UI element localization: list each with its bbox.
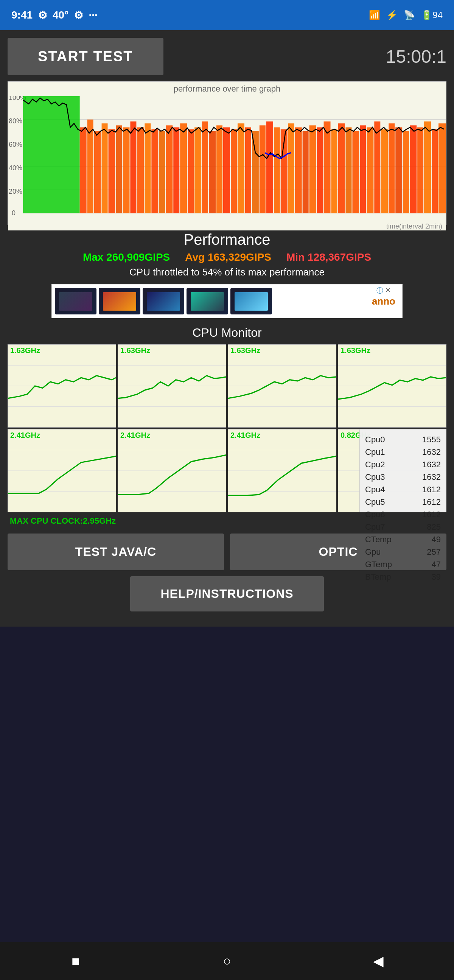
- svg-rect-54: [374, 121, 380, 213]
- svg-rect-25: [166, 125, 173, 213]
- cpu-core-4-freq: 2.41GHz: [10, 431, 40, 440]
- temperature-display: 40°: [52, 9, 68, 21]
- svg-rect-26: [173, 127, 179, 213]
- cpu-core-2-graph: 1.63GHz: [228, 344, 337, 428]
- ad-info-icon[interactable]: ⓘ: [376, 286, 383, 295]
- svg-rect-18: [116, 125, 122, 213]
- cpu-stat-label: Cpu1: [365, 446, 385, 458]
- cpu-stat-label: Gpu: [365, 546, 381, 558]
- svg-rect-50: [345, 127, 351, 213]
- svg-rect-42: [288, 123, 294, 213]
- svg-rect-44: [303, 131, 309, 213]
- cpu-stat-row: Cpu31632: [365, 471, 441, 483]
- svg-rect-32: [216, 125, 222, 213]
- cpu-core-3-graph: 1.63GHz: [338, 344, 446, 428]
- svg-rect-15: [94, 131, 101, 213]
- svg-rect-60: [417, 127, 423, 213]
- cpu-core-3-freq: 1.63GHz: [341, 346, 370, 355]
- cpu-stat-label: Cpu6: [365, 508, 385, 521]
- cpu-stat-label: Cpu4: [365, 483, 385, 496]
- cpu-stat-value: 47: [432, 558, 441, 571]
- performance-section: Performance Max 260,909GIPS Avg 163,329G…: [8, 231, 446, 278]
- svg-text:20%: 20%: [9, 187, 22, 195]
- max-stat: Max 260,909GIPS: [83, 251, 170, 263]
- ad-banner[interactable]: anno ⓘ ✕: [51, 284, 403, 318]
- svg-rect-45: [310, 125, 316, 213]
- cpu-core-0-graph: 1.63GHz: [8, 344, 116, 428]
- svg-rect-24: [159, 131, 165, 213]
- cpu-stat-row: Cpu01555: [365, 433, 441, 446]
- cpu-stat-value: 825: [427, 521, 441, 533]
- svg-rect-56: [389, 123, 395, 213]
- svg-text:80%: 80%: [9, 117, 22, 125]
- svg-rect-31: [209, 131, 216, 213]
- cpu-core-6-freq: 2.41GHz: [230, 431, 260, 440]
- cpu-stat-label: Cpu7: [365, 521, 385, 533]
- cpu-stat-label: GTemp: [365, 558, 392, 571]
- svg-rect-14: [87, 119, 94, 213]
- cpu-stat-row: Cpu51612: [365, 496, 441, 508]
- svg-rect-51: [352, 131, 359, 213]
- cpu-stat-row: Cpu61612: [365, 508, 441, 521]
- cpu-core-2-freq: 1.63GHz: [230, 346, 260, 355]
- cpu-stat-row: Cpu41612: [365, 483, 441, 496]
- graph-title: performance over time graph: [8, 82, 446, 96]
- svg-rect-28: [188, 129, 194, 213]
- cpu-stat-value: 1555: [422, 433, 441, 446]
- ad-logo: anno: [368, 296, 399, 307]
- svg-rect-46: [317, 127, 323, 213]
- cpu-stat-value: 49: [432, 533, 441, 546]
- svg-rect-21: [137, 127, 144, 213]
- performance-graph-container: performance over time graph 100% 80% 60%…: [8, 81, 446, 225]
- nav-square-button[interactable]: ■: [60, 946, 91, 976]
- throttle-text: CPU throttled to 54% of its max performa…: [8, 266, 446, 278]
- svg-rect-16: [102, 123, 108, 213]
- svg-rect-12: [23, 96, 80, 213]
- svg-rect-48: [332, 129, 338, 213]
- svg-rect-30: [202, 121, 208, 213]
- nav-home-button[interactable]: ○: [212, 946, 242, 976]
- more-options-icon: ···: [89, 9, 97, 21]
- svg-rect-33: [223, 127, 230, 213]
- performance-stats: Max 260,909GIPS Avg 163,329GIPS Min 128,…: [8, 251, 446, 263]
- nav-back-button[interactable]: ◀: [363, 946, 394, 976]
- cpu-stat-label: CTemp: [365, 533, 392, 546]
- settings-icon-2: ⚙: [74, 9, 83, 22]
- svg-rect-59: [410, 125, 416, 213]
- cpu-stat-row: CTemp49: [365, 533, 441, 546]
- cpu-core-1-graph: 1.63GHz: [117, 344, 226, 428]
- svg-rect-38: [260, 125, 265, 213]
- bluetooth-icon: ⚡: [386, 10, 398, 21]
- cpu-stat-value: 1612: [422, 483, 441, 496]
- ad-tv-2: [99, 288, 140, 315]
- cpu-core-6-graph: 2.41GHz: [228, 429, 337, 512]
- svg-rect-29: [194, 127, 201, 213]
- test-java-c-button[interactable]: TEST JAVA/C: [8, 533, 224, 570]
- cpu-stat-row: Cpu21632: [365, 458, 441, 471]
- svg-text:40%: 40%: [9, 164, 22, 172]
- ad-tv-5: [230, 288, 272, 315]
- cpu-stat-label: Cpu3: [365, 471, 385, 483]
- help-instructions-button[interactable]: HELP/INSTRUCTIONS: [130, 576, 324, 611]
- battery-icon: 🔋94: [421, 10, 443, 21]
- cpu-stat-value: 1632: [422, 446, 441, 458]
- svg-rect-19: [122, 127, 129, 213]
- cpu-stat-value: 39: [432, 571, 441, 583]
- performance-graph-svg: 100% 80% 60% 40% 20% 0: [8, 96, 446, 221]
- cpu-core-0-freq: 1.63GHz: [10, 346, 40, 355]
- svg-rect-40: [274, 127, 280, 213]
- ad-tv-4: [187, 288, 228, 315]
- cpu-stat-value: 1632: [422, 471, 441, 483]
- cpu-stat-label: Cpu0: [365, 433, 385, 446]
- ad-close-icon[interactable]: ✕: [385, 286, 391, 294]
- svg-rect-36: [245, 127, 251, 213]
- svg-rect-58: [403, 131, 409, 213]
- cpu-core-5-graph: 2.41GHz: [117, 429, 226, 512]
- svg-rect-53: [367, 127, 373, 213]
- cpu-stat-row: Cpu11632: [365, 446, 441, 458]
- start-test-button[interactable]: START TEST: [8, 38, 164, 75]
- cpu-stat-value: 257: [427, 546, 441, 558]
- ad-tv-3: [143, 288, 184, 315]
- svg-rect-57: [395, 127, 402, 213]
- timer-display: 15:00:1: [386, 46, 446, 67]
